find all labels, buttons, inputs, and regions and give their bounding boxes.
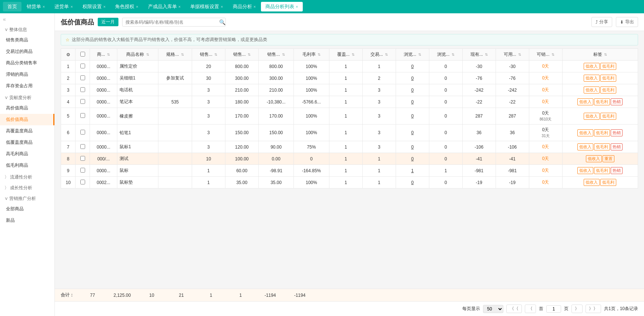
nav-sales-close[interactable]: × <box>43 4 45 9</box>
sidebar-item-high-coverage[interactable]: 高覆盖度商品 <box>0 125 54 137</box>
cell-browse1[interactable]: 0 <box>396 141 429 153</box>
cell-browse1[interactable]: 0 <box>396 125 429 141</box>
nav-role-close[interactable]: × <box>136 4 138 9</box>
sidebar-item-low-profit[interactable]: 低毛利商品 <box>0 160 54 171</box>
browse1-link[interactable]: 1 <box>411 168 414 173</box>
cell-sale3: 150.00 <box>258 125 294 141</box>
cell-browse1[interactable]: 0 <box>396 108 429 125</box>
sidebar-item-traded-goods[interactable]: 交易过的商品 <box>0 46 54 57</box>
cell-browse1[interactable]: 0 <box>396 153 429 165</box>
data-table: ⚙ 商... ⇅ 商品名称 ⇅ 规格... ⇅ 销售... ⇅ 销售... ⇅ … <box>61 48 638 188</box>
cell-sale1: 3 <box>192 84 225 96</box>
sidebar-item-low-value[interactable]: 低价值商品 <box>0 114 54 125</box>
cell-checkbox[interactable] <box>76 165 90 177</box>
row-checkbox[interactable] <box>80 75 85 80</box>
browse1-link[interactable]: 0 <box>411 64 414 69</box>
sidebar-item-high-profit[interactable]: 高毛利商品 <box>0 148 54 160</box>
last-page-btn[interactable]: 〉〉 <box>586 305 601 313</box>
row-checkbox[interactable] <box>80 156 85 161</box>
sidebar-group-growth[interactable]: 〉 成长性分析 <box>0 182 54 193</box>
cell-checkbox[interactable] <box>76 125 90 141</box>
share-btn[interactable]: ⤴ 分享 <box>591 17 612 27</box>
table-wrap[interactable]: ⚙ 商... ⇅ 商品名称 ⇅ 规格... ⇅ 销售... ⇅ 销售... ⇅ … <box>61 48 638 289</box>
cell-browse1[interactable]: 0 <box>396 61 429 72</box>
footer-trade: 21 <box>170 293 192 298</box>
sidebar-collapse-btn[interactable]: « <box>3 16 6 22</box>
row-checkbox[interactable] <box>80 113 85 118</box>
sidebar-item-category-rate[interactable]: 商品分类销售率 <box>0 57 54 69</box>
row-checkbox[interactable] <box>80 130 85 135</box>
sidebar-item-low-coverage[interactable]: 低覆盖度商品 <box>0 137 54 148</box>
filter-btn[interactable]: 近一月 <box>98 18 118 26</box>
cell-sale2: 35.00 <box>225 177 258 188</box>
nav-sales[interactable]: 销货单 × <box>22 2 49 11</box>
nav-home[interactable]: 首页 <box>3 2 21 11</box>
select-all-checkbox[interactable] <box>80 52 85 57</box>
search-icon[interactable]: 🔍 <box>219 19 225 25</box>
nav-stock-in-close[interactable]: × <box>178 4 181 9</box>
browse1-link[interactable]: 0 <box>411 130 414 135</box>
cell-browse1[interactable]: 0 <box>396 177 429 188</box>
search-input[interactable] <box>122 18 226 27</box>
export-btn[interactable]: ⬇ 导出 <box>616 17 638 27</box>
browse1-link[interactable]: 0 <box>411 99 414 105</box>
col-settings[interactable]: ⚙ <box>61 49 76 61</box>
cell-browse1[interactable]: 0 <box>396 84 429 96</box>
cell-checkbox[interactable] <box>76 61 90 72</box>
nav-template[interactable]: 单据模板设置 × <box>186 2 227 11</box>
nav-purchase[interactable]: 进货单 × <box>50 2 77 11</box>
page-input[interactable] <box>546 305 561 313</box>
sidebar-group-circulation[interactable]: 〉 流通性分析 <box>0 171 54 182</box>
cell-code: 0000... <box>90 141 117 153</box>
row-checkbox[interactable] <box>80 87 85 92</box>
nav-permission-close[interactable]: × <box>103 4 105 9</box>
nav-purchase-close[interactable]: × <box>70 4 73 9</box>
nav-goods-analysis-close[interactable]: × <box>254 4 256 9</box>
cell-tags: 低收入重置 <box>562 153 638 165</box>
sidebar-item-all-goods[interactable]: 全部商品 <box>0 203 54 215</box>
browse1-link[interactable]: 0 <box>411 113 414 119</box>
cell-checkbox[interactable] <box>76 153 90 165</box>
cell-browse1[interactable]: 0 <box>396 72 429 84</box>
nav-stock-in[interactable]: 产成品入库单 × <box>144 2 185 11</box>
sidebar-item-new-goods[interactable]: 新品 <box>0 215 54 226</box>
sidebar-item-sales-goods[interactable]: 销售类商品 <box>0 34 54 46</box>
cell-checkbox[interactable] <box>76 84 90 96</box>
cell-checkbox[interactable] <box>76 72 90 84</box>
next-page-btn[interactable]: 〉 <box>571 305 583 313</box>
nav-permission[interactable]: 权限设置 × <box>78 2 110 11</box>
row-checkbox[interactable] <box>80 168 85 173</box>
sidebar-item-stock-fund[interactable]: 库存资金占用 <box>0 80 54 92</box>
pagination-bar: 每页显示 50 100 200 〈〈 〈 首 页 〉 〉〉 共1页，10条记录 <box>55 301 644 316</box>
nav-role[interactable]: 角色授权 × <box>111 2 142 11</box>
row-checkbox[interactable] <box>80 144 85 149</box>
row-checkbox[interactable] <box>80 180 85 184</box>
browse1-link[interactable]: 0 <box>411 76 414 81</box>
browse1-link[interactable]: 0 <box>411 180 414 185</box>
sidebar-item-high-value[interactable]: 高价值商品 <box>0 102 54 114</box>
row-checkbox[interactable] <box>80 64 85 68</box>
cell-checkbox[interactable] <box>76 96 90 108</box>
cell-browse1[interactable]: 1 <box>396 165 429 177</box>
page-size-select[interactable]: 50 100 200 <box>483 305 503 313</box>
col-checkbox[interactable] <box>76 49 90 61</box>
nav-goods-list-close[interactable]: × <box>296 4 298 9</box>
first-page-btn[interactable]: 〈〈 <box>506 305 522 313</box>
cell-sellable: 0天 <box>529 72 562 84</box>
cell-coverage: 1 <box>329 96 362 108</box>
cell-sale2: 180.00 <box>225 96 258 108</box>
row-checkbox[interactable] <box>80 99 85 104</box>
cell-checkbox[interactable] <box>76 141 90 153</box>
nav-goods-analysis[interactable]: 商品分析 × <box>228 2 260 11</box>
nav-template-close[interactable]: × <box>221 4 223 9</box>
cell-checkbox[interactable] <box>76 177 90 188</box>
cell-checkbox[interactable] <box>76 108 90 125</box>
browse1-link[interactable]: 0 <box>411 156 414 162</box>
browse1-link[interactable]: 0 <box>411 145 414 150</box>
cell-browse1[interactable]: 0 <box>396 96 429 108</box>
browse1-link[interactable]: 0 <box>411 88 414 93</box>
nav-goods-list[interactable]: 商品分析列表 × <box>261 2 302 11</box>
sidebar-item-slow-goods[interactable]: 滞销的商品 <box>0 69 54 80</box>
cell-sale3: -10,380... <box>258 96 294 108</box>
prev-page-btn[interactable]: 〈 <box>525 305 536 313</box>
